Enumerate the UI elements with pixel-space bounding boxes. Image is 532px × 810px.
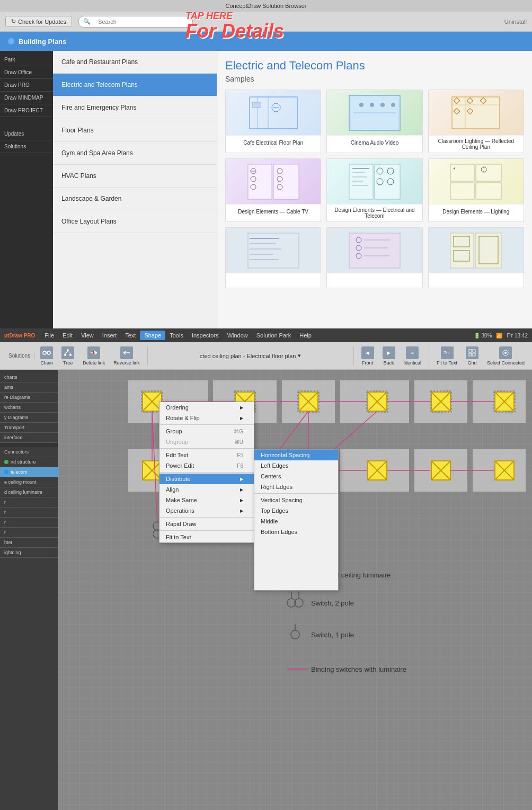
ctx-vertical-spacing[interactable]: Vertical Spacing [254,495,338,505]
menu-solution-park[interactable]: Solution Park [252,331,295,340]
ctx-rapid-draw[interactable]: Rapid Draw [159,519,254,529]
panel-item-r1[interactable]: r [0,497,58,508]
ctx-make-same[interactable]: Make Same ▶ [159,495,254,505]
panel-item-re-diagrams[interactable]: re Diagrams [0,393,58,403]
battery-icon: 🔋 30% [474,333,492,339]
panel-item-nd-structure[interactable]: nd structure [0,457,58,467]
ctx-left-edges[interactable]: Left Edges [254,460,338,471]
panel-item-wcharts[interactable]: wcharts [0,403,58,413]
panel-item-y-diagrams[interactable]: y Diagrams [0,413,58,423]
delete-link-tool[interactable]: Delete link [79,345,108,367]
sidebar-item-draw-project[interactable]: Draw PROJECT [0,104,53,117]
ctx-horizontal-spacing[interactable]: Horizontal Spacing [254,450,338,460]
menu-help[interactable]: Help [295,331,316,340]
ctx-top-edges[interactable]: Top Edges [254,505,338,516]
check-updates-button[interactable]: ↻ Check for Updates [5,16,72,27]
search-input[interactable] [93,17,188,26]
tree-tool[interactable]: Tree [58,345,77,367]
ctx-ordering[interactable]: Ordering ▶ [159,402,254,413]
front-tool[interactable]: ◀ Front [358,345,377,367]
ctx-right-edges[interactable]: Right Edges [254,482,338,492]
grid-tool[interactable]: Grid [463,345,482,367]
sample-card-3[interactable]: Classroom Lighting — Reflected Ceiling P… [428,90,524,153]
back-tool[interactable]: ▶ Back [379,345,398,367]
sample-card-9[interactable] [428,227,524,288]
chain-tool[interactable]: Chain [37,345,56,367]
sidebar-item-solutions[interactable]: Solutions [0,140,53,153]
nav-cafe-restaurant[interactable]: Cafe and Restaurant Plans [53,51,217,74]
ctx-centers[interactable]: Centers [254,471,338,482]
panel-item-transport[interactable]: Transport [0,423,58,433]
nav-floor-plans[interactable]: Floor Plans [53,119,217,142]
panel-item-ceiling-mount[interactable]: e ceiling mount [0,477,58,487]
nav-hvac[interactable]: HVAC Plans [53,165,217,188]
sidebar-item-draw-mindmap[interactable]: Draw MINDMAP [0,92,53,104]
panel-item-connectors[interactable]: Connectors [0,447,58,457]
ctx-align[interactable]: Align ▶ [159,484,254,495]
menu-edit[interactable]: Edit [58,331,77,340]
svg-rect-21 [248,164,272,199]
nav-gym-spa[interactable]: Gym and Spa Area Plans [53,142,217,165]
ctx-main-menu: Ordering ▶ Rotate & Flip ▶ Group ⌘G Ungr… [159,402,254,543]
promo-overlay[interactable]: TAP HERE For Details [185,11,284,41]
sample-card-1[interactable]: Cafe Electrical Floor Plan [225,90,321,153]
panel-item-r3[interactable]: r [0,518,58,528]
svg-rect-43 [450,183,474,199]
ctx-group[interactable]: Group ⌘G [159,426,254,437]
menu-window[interactable]: Window [223,331,252,340]
sidebar-item-park[interactable]: Park [0,54,53,66]
tree-label: Tree [63,360,73,366]
select-connected-tool[interactable]: Select Connected [484,345,528,367]
dropdown-icon[interactable]: ▾ [298,352,301,359]
ctx-edit-text[interactable]: Edit Text F5 [159,450,254,460]
menu-tools[interactable]: Tools [165,331,188,340]
ctx-sep-4 [159,517,254,518]
menu-view[interactable]: View [77,331,98,340]
ctx-power-edit[interactable]: Power Edit F6 [159,460,254,471]
ctx-middle[interactable]: Middle [254,516,338,527]
sample-card-5[interactable]: Design Elements — Electrical and Telecom [326,158,422,222]
panel-item-ightning[interactable]: ightning [0,548,58,558]
sample-card-6[interactable]: Design Elements — Lighting [428,158,524,222]
nav-landscape-garden[interactable]: Landscape & Garden [53,188,217,210]
panel-item-charts[interactable]: charts [0,372,58,382]
ctx-sep-3 [159,472,254,473]
reverse-link-tool[interactable]: Reverse link [110,345,143,367]
ctx-distribute[interactable]: Distribute ▶ [159,474,254,484]
nav-electric-telecom[interactable]: Electric and Telecom Plans [53,74,217,96]
sample-card-2[interactable]: Cinema Audio Video [326,90,422,153]
menu-shape[interactable]: Shape [140,331,165,340]
menu-insert[interactable]: Insert [98,331,121,340]
menu-text[interactable]: Text [121,331,140,340]
uninstall-label[interactable]: Uninstall [504,19,527,25]
panel-item-r4[interactable]: r [0,528,58,538]
nav-fire-emergency[interactable]: Fire and Emergency Plans [53,96,217,119]
identical-tool[interactable]: ≡ Identical [401,345,425,367]
panel-item-hter[interactable]: hter [0,538,58,548]
menu-inspectors[interactable]: Inspectors [188,331,223,340]
ctx-bottom-edges[interactable]: Bottom Edges [254,527,338,537]
ctx-rotate-flip[interactable]: Rotate & Flip ▶ [159,413,254,423]
sidebar-item-draw-office[interactable]: Draw Office [0,66,53,79]
sample-card-7[interactable] [225,227,321,288]
svg-text:Switch, 1 pole: Switch, 1 pole [311,631,354,639]
panel-item-ceiling-luminaire[interactable]: d ceiling luminaire [0,487,58,497]
menu-file[interactable]: File [40,331,58,340]
ctx-right-edges-label: Right Edges [261,484,292,490]
panel-item-telecom[interactable]: telecom [0,467,58,477]
ctx-operations[interactable]: Operations ▶ [159,505,254,516]
dp-canvas[interactable]: Enclosed ceiling luminaire Switch, 2 pol… [58,370,532,810]
sample-thumb-5 [327,159,422,204]
dp-menubar: ptDraw PRO File Edit View Insert Text Sh… [0,328,532,342]
nav-office-layout[interactable]: Office Layout Plans [53,210,217,233]
ctx-fit-to-text[interactable]: Fit to Text [159,532,254,542]
sample-card-8[interactable] [326,227,422,288]
sample-card-4[interactable]: Design Elements — Cable TV [225,158,321,222]
sidebar-item-updates[interactable]: Updates [0,128,53,140]
panel-item-interface[interactable]: interface [0,433,58,443]
panel-item-r2[interactable]: r [0,508,58,518]
sidebar-item-draw-pro[interactable]: Draw PRO [0,79,53,92]
fit-to-text-tool[interactable]: T⇔ Fit to Text [433,345,460,367]
sample-thumb-7 [226,228,321,273]
panel-item-ams[interactable]: ams [0,382,58,393]
